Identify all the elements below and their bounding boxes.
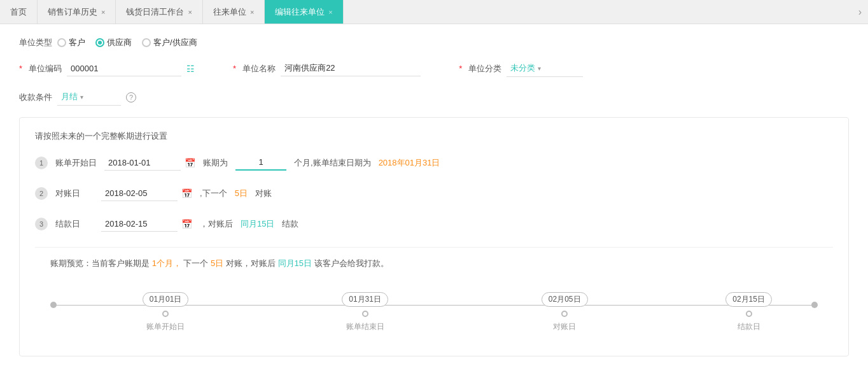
unit-category-label: 单位分类 xyxy=(468,63,501,74)
radio-supplier-label: 供应商 xyxy=(107,37,132,48)
unit-code-icon[interactable]: ☷ xyxy=(186,64,195,74)
preview-date-highlight: 5日 xyxy=(211,258,223,268)
preview-after: 对账，对账后 xyxy=(226,258,276,268)
row-number-2: 2 xyxy=(35,187,48,200)
radio-customer-circle xyxy=(57,38,66,47)
row-2-desc-prefix: ,下一个 xyxy=(200,188,227,199)
settings-card: 请按照未来的一个完整帐期进行设置 1 账单开始日 📅 账期为 个月,账单结束日期… xyxy=(19,117,849,356)
timeline-dot-3 xyxy=(561,311,568,317)
row-1-period-unit: 个月,账单结束日期为 xyxy=(294,157,371,169)
settings-row-3: 3 结款日 📅 ，对账后 同月15日 结款 xyxy=(35,216,833,232)
tab-edit-partner-label: 编辑往来单位 xyxy=(275,6,325,18)
unit-code-group: * 单位编码 ☷ xyxy=(19,61,195,76)
timeline-badge-2: 01月31日 xyxy=(342,292,388,307)
radio-supplier[interactable]: 供应商 xyxy=(95,37,132,48)
timeline-section: 01月01日 账单开始日 01月31日 账单结束日 02月05日 xyxy=(35,279,833,343)
row-1-date-input[interactable] xyxy=(104,155,181,171)
radio-customer-label: 客户 xyxy=(69,37,85,48)
unit-category-required-star: * xyxy=(459,64,462,73)
preview-prefix: 账期预览：当前客户账期是 xyxy=(50,258,150,268)
tab-home-label: 首页 xyxy=(10,6,27,18)
radio-both[interactable]: 客户/供应商 xyxy=(142,37,197,48)
tab-edit-partner[interactable]: 编辑往来单位 × xyxy=(265,0,343,24)
timeline-node-4: 02月15日 结款日 xyxy=(725,292,772,317)
timeline-sublabel-4: 结款日 xyxy=(738,321,760,332)
timeline-dot-4 xyxy=(746,311,752,317)
tab-expand-button[interactable]: › xyxy=(852,0,868,24)
unit-name-label: 单位名称 xyxy=(242,63,276,74)
timeline-sublabel-2: 账单结束日 xyxy=(346,321,384,332)
row-2-desc-suffix: 对账 xyxy=(255,188,272,199)
row-2-date-wrapper: 📅 xyxy=(101,186,192,201)
timeline-start-dot xyxy=(50,302,57,308)
row-1-period-input[interactable] xyxy=(235,155,286,171)
tab-sales-history-label: 销售订单历史 xyxy=(48,6,97,18)
unit-type-label: 单位类型 xyxy=(19,37,52,48)
row-2-calendar-icon[interactable]: 📅 xyxy=(181,188,192,199)
radio-group: 客户 供应商 客户/供应商 xyxy=(57,37,197,48)
tab-edit-partner-close[interactable]: × xyxy=(328,8,332,16)
radio-customer[interactable]: 客户 xyxy=(57,37,85,48)
row-1-date-wrapper: 📅 xyxy=(104,155,195,171)
timeline-container: 01月01日 账单开始日 01月31日 账单结束日 02月05日 xyxy=(50,292,818,337)
preview-final-highlight: 同月15日 xyxy=(278,258,312,268)
row-1-calendar-icon[interactable]: 📅 xyxy=(185,158,195,168)
help-icon[interactable]: ? xyxy=(126,92,136,102)
tab-home[interactable]: 首页 xyxy=(0,0,38,24)
unit-code-input[interactable] xyxy=(67,61,181,76)
payment-condition-group: 收款条件 月结 ▾ ? xyxy=(19,88,136,106)
timeline-end-dot xyxy=(811,302,818,308)
tab-partner-unit-label: 往来单位 xyxy=(213,6,246,18)
unit-info-row: * 单位编码 ☷ * 单位名称 * 单位分类 未分类 ▾ xyxy=(19,60,849,77)
timeline-badge-3: 02月05日 xyxy=(542,292,588,307)
settings-row-1: 1 账单开始日 📅 账期为 个月,账单结束日期为 2018年01月31日 xyxy=(35,155,833,171)
unit-category-group: * 单位分类 未分类 ▾ xyxy=(459,60,583,77)
timeline-badge-1: 01月01日 xyxy=(143,292,189,307)
payment-condition-row: 收款条件 月结 ▾ ? xyxy=(19,88,849,106)
tab-partner-unit[interactable]: 往来单位 × xyxy=(203,0,265,24)
tab-cash-workbench-label: 钱货日清工作台 xyxy=(126,6,184,18)
payment-chevron-icon: ▾ xyxy=(80,94,83,101)
unit-name-required-star: * xyxy=(233,64,236,73)
tab-partner-unit-close[interactable]: × xyxy=(250,8,254,16)
timeline-sublabel-3: 对账日 xyxy=(553,321,576,332)
row-2-date-input[interactable] xyxy=(101,186,178,201)
timeline-badge-4: 02月15日 xyxy=(725,292,772,307)
unit-name-group: * 单位名称 xyxy=(233,61,421,76)
tab-cash-workbench-close[interactable]: × xyxy=(188,8,192,16)
preview-mid: 下一个 xyxy=(183,258,208,268)
radio-supplier-circle xyxy=(95,38,104,47)
payment-condition-select[interactable]: 月结 ▾ xyxy=(57,88,121,106)
card-title: 请按照未来的一个完整帐期进行设置 xyxy=(35,130,833,142)
row-1-label: 账单开始日 xyxy=(55,157,97,169)
radio-both-circle xyxy=(142,38,151,47)
row-3-calendar-icon[interactable]: 📅 xyxy=(181,219,192,229)
settings-row-2: 2 对账日 📅 ,下一个 5日 对账 xyxy=(35,186,833,201)
tab-sales-history-close[interactable]: × xyxy=(101,8,105,16)
row-3-date-input[interactable] xyxy=(101,216,178,232)
unit-code-required-star: * xyxy=(19,64,22,73)
payment-condition-value: 月结 xyxy=(61,91,78,102)
tab-sales-history[interactable]: 销售订单历史 × xyxy=(38,0,116,24)
preview-period: 1个月， xyxy=(152,258,181,268)
row-3-date-wrapper: 📅 xyxy=(101,216,192,232)
unit-category-select[interactable]: 未分类 ▾ xyxy=(507,60,583,77)
row-2-desc-highlight: 5日 xyxy=(235,188,248,199)
chevron-down-icon: ▾ xyxy=(538,65,541,72)
timeline-dot-2 xyxy=(362,311,368,317)
preview-suffix: 该客户会给我打款。 xyxy=(314,258,389,268)
tab-cash-workbench[interactable]: 钱货日清工作台 × xyxy=(116,0,202,24)
unit-category-value: 未分类 xyxy=(510,62,535,74)
timeline-node-2: 01月31日 账单结束日 xyxy=(342,292,388,317)
timeline-sublabel-1: 账单开始日 xyxy=(146,321,185,332)
row-3-desc-suffix: 结款 xyxy=(282,218,298,230)
preview-section: 账期预览：当前客户账期是 1个月， 下一个 5日 对账，对账后 同月15日 该客… xyxy=(35,247,833,279)
timeline-dot-1 xyxy=(162,311,169,317)
row-number-1: 1 xyxy=(35,157,48,169)
timeline-node-1: 01月01日 账单开始日 xyxy=(143,292,189,317)
unit-name-input[interactable] xyxy=(281,61,421,76)
radio-both-label: 客户/供应商 xyxy=(153,37,197,48)
unit-code-label: 单位编码 xyxy=(29,63,62,74)
unit-type-group: 单位类型 客户 供应商 客户/供应商 xyxy=(19,37,197,48)
row-1-separator: 账期为 xyxy=(203,157,228,169)
